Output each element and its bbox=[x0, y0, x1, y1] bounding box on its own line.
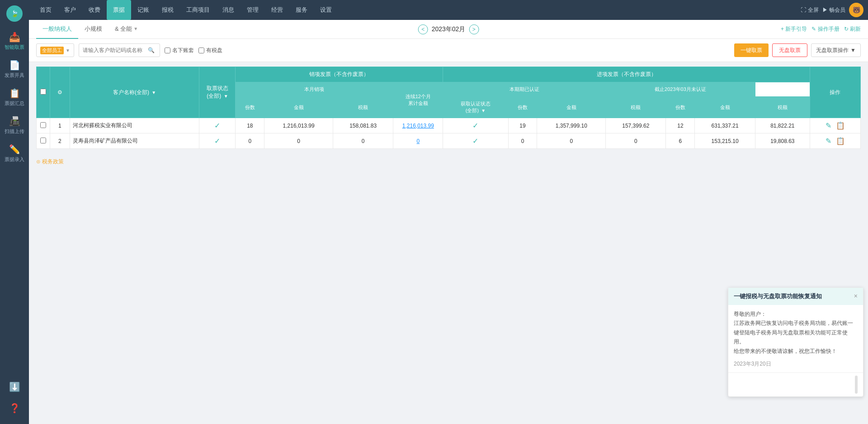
tab-general-taxpayer[interactable]: 一般纳税人 bbox=[36, 20, 78, 39]
nav-operation[interactable]: 经营 bbox=[265, 0, 289, 20]
sidebar-item-issue-invoice[interactable]: 📄 发票开具 bbox=[0, 55, 29, 83]
row1-tax2: 157,399.62 bbox=[606, 118, 666, 133]
row2-tax: 0 bbox=[333, 133, 393, 149]
nav-billing[interactable]: 收费 bbox=[82, 0, 107, 20]
sidebar: 🍃 📥 智能取票 📄 发票开具 📋 票据汇总 📠 扫描上传 ✏️ 票据录入 ⬇️… bbox=[0, 0, 29, 424]
edit-icon2[interactable]: ✎ bbox=[826, 137, 831, 145]
notif-title: 一键报税与无盘取票功能恢复通知 bbox=[734, 292, 822, 300]
taxdisk-checkbox[interactable] bbox=[198, 48, 204, 53]
date-prev-btn[interactable]: < bbox=[418, 24, 428, 34]
tab-small-scale[interactable]: 小规模 bbox=[78, 20, 108, 39]
select-all-checkbox[interactable] bbox=[40, 89, 46, 95]
row2-tax2: 0 bbox=[606, 133, 666, 149]
col-sales-group: 销项发票（不含作废票） bbox=[236, 67, 443, 82]
row1-consec12[interactable]: 1,216,013.99 bbox=[393, 118, 443, 133]
invoice-summary-icon: 📋 bbox=[9, 88, 20, 99]
tab-bar: 一般纳税人 小规模 & 全能 ▼ < 2023年02月 > + 新手引导 ✎ 操… bbox=[29, 20, 868, 39]
col-purchase-group: 进项发票（不含作废票） bbox=[443, 67, 810, 82]
col-settings: ⚙ bbox=[50, 67, 70, 118]
sidebar-item-scan-upload[interactable]: 📠 扫描上传 bbox=[0, 111, 29, 139]
nav-home[interactable]: 首页 bbox=[33, 0, 58, 20]
nav-settings[interactable]: 设置 bbox=[314, 0, 338, 20]
table-wrapper: ⚙ 客户名称(全部) ▼ 取票状态(全部) ▼ 销项发票（不含作废票） 进项发票… bbox=[29, 62, 868, 153]
table-row: 1 河北柯搽税实业有限公司 ✓ 18 1,216,013.99 158,081.… bbox=[37, 118, 861, 133]
row2-client: 灵寿县尚泽矿产品有限公司 bbox=[70, 133, 199, 149]
new-guide-btn[interactable]: + 新手引导 bbox=[781, 25, 807, 33]
col-amount3: 金额 bbox=[695, 97, 755, 118]
sidebar-item-invoice-summary[interactable]: 📋 票据汇总 bbox=[0, 83, 29, 111]
filter-icon[interactable]: ▼ bbox=[151, 90, 156, 95]
no-disk-fetch-btn[interactable]: 无盘取票 bbox=[772, 43, 807, 57]
nav-client[interactable]: 客户 bbox=[58, 0, 82, 20]
filter-subordinate[interactable]: 名下账套 bbox=[165, 47, 194, 54]
no-disk-ops-btn[interactable]: 无盘取票操作 ▼ bbox=[811, 43, 861, 57]
sidebar-item-label: 发票开具 bbox=[5, 72, 24, 79]
download-icon: ⬇️ bbox=[9, 381, 20, 392]
nav-business[interactable]: 工商项目 bbox=[180, 0, 216, 20]
cert-status-icon2: ✓ bbox=[472, 137, 478, 145]
detail-icon[interactable]: 📋 bbox=[836, 122, 845, 129]
search-box[interactable]: 🔍 bbox=[79, 43, 160, 57]
toolbar-right: 一键取票 无盘取票 无盘取票操作 ▼ bbox=[734, 43, 861, 57]
row2-checkbox[interactable] bbox=[37, 133, 50, 149]
col-fetch-status-header: 取票状态(全部) ▼ bbox=[199, 67, 236, 118]
nav-invoice[interactable]: 票据 bbox=[107, 0, 131, 20]
sidebar-item-smart-fetch[interactable]: 📥 智能取票 bbox=[0, 27, 29, 55]
row1-client: 河北柯搽税实业有限公司 bbox=[70, 118, 199, 133]
nav-bookkeeping[interactable]: 记账 bbox=[131, 0, 156, 20]
row2-num: 2 bbox=[50, 133, 70, 149]
date-next-btn[interactable]: > bbox=[469, 24, 479, 34]
employee-select[interactable]: 全部员工 ▼ bbox=[36, 43, 74, 57]
filter-icon2[interactable]: ▼ bbox=[481, 108, 486, 113]
row1-num: 1 bbox=[50, 118, 70, 133]
row2-consec12[interactable]: 0 bbox=[393, 133, 443, 149]
col-tax3: 税额 bbox=[755, 97, 810, 118]
member-btn[interactable]: ▶ 畅会员 bbox=[822, 6, 845, 14]
row1-checkbox[interactable] bbox=[37, 118, 50, 133]
edit-icon[interactable]: ✎ bbox=[826, 122, 831, 129]
filter-icon[interactable]: ▼ bbox=[224, 94, 228, 99]
toolbar: 全部员工 ▼ 🔍 名下账套 有税盘 一键取票 无盘取票 无盘取票操作 ▼ bbox=[29, 39, 868, 62]
fetch-status-icon: ✓ bbox=[214, 122, 220, 129]
user-avatar[interactable]: 🐻 bbox=[849, 3, 863, 17]
manual-btn[interactable]: ✎ 操作手册 bbox=[811, 25, 839, 33]
row2-count2: 0 bbox=[508, 133, 537, 149]
nav-message[interactable]: 消息 bbox=[216, 0, 241, 20]
fullscreen-btn[interactable]: ⛶ 全屏 bbox=[801, 6, 818, 14]
fetch-btn[interactable]: 一键取票 bbox=[734, 43, 769, 57]
notif-footer bbox=[728, 372, 863, 396]
subordinate-checkbox[interactable] bbox=[165, 48, 170, 53]
sidebar-item-help[interactable]: ❓ bbox=[0, 398, 29, 419]
notif-close-btn[interactable]: × bbox=[854, 292, 858, 300]
tab-all[interactable]: & 全能 ▼ bbox=[108, 20, 144, 39]
top-navbar: 首页 客户 收费 票据 记账 报税 工商项目 消息 管理 经营 服务 设置 ⛶ … bbox=[29, 0, 868, 20]
col-count2: 份数 bbox=[508, 97, 537, 118]
search-input[interactable] bbox=[83, 47, 146, 53]
row2-amount2: 0 bbox=[537, 133, 606, 149]
chevron-down-icon: ▼ bbox=[133, 26, 138, 31]
sidebar-item-data-entry[interactable]: ✏️ 票据录入 bbox=[0, 139, 29, 167]
nav-admin[interactable]: 管理 bbox=[241, 0, 265, 20]
search-icon[interactable]: 🔍 bbox=[148, 47, 155, 53]
tab-label: 小规模 bbox=[85, 25, 102, 33]
sidebar-bottom: ⬇️ ❓ bbox=[0, 377, 29, 424]
row1-count3: 12 bbox=[666, 118, 695, 133]
filter-taxdisk[interactable]: 有税盘 bbox=[198, 47, 222, 54]
row1-fetch-status: ✓ bbox=[199, 118, 236, 133]
refresh-btn[interactable]: ↻ 刷新 bbox=[844, 25, 861, 33]
topnav-right: ⛶ 全屏 ▶ 畅会员 🐻 bbox=[801, 3, 863, 17]
detail-icon2[interactable]: 📋 bbox=[836, 137, 845, 145]
date-navigation: < 2023年02月 > bbox=[418, 24, 479, 34]
nav-tax[interactable]: 报税 bbox=[156, 0, 180, 20]
scrollbar-indicator bbox=[855, 376, 858, 394]
row2-amount3: 153,215.10 bbox=[695, 133, 755, 149]
smart-fetch-icon: 📥 bbox=[9, 32, 20, 43]
filter-subordinate-label: 名下账套 bbox=[172, 47, 194, 54]
col-client-header: 客户名称(全部) ▼ bbox=[70, 67, 199, 118]
nav-service[interactable]: 服务 bbox=[289, 0, 314, 20]
row2-tax3: 19,808.63 bbox=[755, 133, 810, 149]
sidebar-item-label: 票据汇总 bbox=[5, 100, 24, 107]
tax-policy-link[interactable]: ⊙ 税务政策 bbox=[36, 158, 64, 165]
invoice-table: ⚙ 客户名称(全部) ▼ 取票状态(全部) ▼ 销项发票（不含作废票） 进项发票… bbox=[36, 67, 861, 149]
sidebar-item-download[interactable]: ⬇️ bbox=[0, 377, 29, 398]
